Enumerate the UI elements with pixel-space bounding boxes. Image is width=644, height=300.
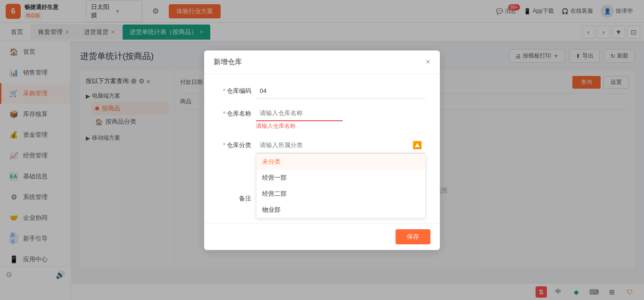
warehouse-category-input[interactable] xyxy=(256,138,409,153)
modal-overlay[interactable]: 新增仓库 × 仓库编码 仓库名称 请输入仓库名称 xyxy=(0,0,644,300)
warehouse-category-row: 仓库分类 🔼 未分类 经营一部 经营二部 物业部 xyxy=(218,138,426,153)
modal-close-btn[interactable]: × xyxy=(425,57,430,67)
dropdown-item-dept1[interactable]: 经营一部 xyxy=(256,170,425,186)
warehouse-name-error: 请输入仓库名称 xyxy=(256,122,343,130)
category-input-wrapper: 🔼 xyxy=(256,138,426,153)
warehouse-code-row: 仓库编码 xyxy=(218,83,426,99)
warehouse-code-label: 仓库编码 xyxy=(218,83,256,99)
warehouse-code-field xyxy=(256,83,426,99)
warehouse-name-label: 仓库名称 xyxy=(218,106,256,121)
modal-header: 新增仓库 × xyxy=(204,50,440,74)
dropdown-item-dept2[interactable]: 经营二部 xyxy=(256,186,425,202)
warehouse-name-field: 请输入仓库名称 xyxy=(256,106,343,130)
category-dropdown-menu: 未分类 经营一部 经营二部 物业部 xyxy=(256,153,426,218)
modal-save-btn[interactable]: 保存 xyxy=(396,229,430,244)
category-dropdown-toggle[interactable]: 🔼 xyxy=(409,141,426,150)
warehouse-category-field: 🔼 未分类 经营一部 经营二部 物业部 xyxy=(256,138,426,153)
add-warehouse-modal: 新增仓库 × 仓库编码 仓库名称 请输入仓库名称 xyxy=(204,50,440,250)
warehouse-category-label: 仓库分类 xyxy=(218,138,256,153)
modal-body: 仓库编码 仓库名称 请输入仓库名称 仓库分类 xyxy=(204,74,440,223)
warehouse-code-input[interactable] xyxy=(256,83,426,99)
dropdown-item-property[interactable]: 物业部 xyxy=(256,202,425,218)
dropdown-item-uncategorized[interactable]: 未分类 xyxy=(256,154,425,170)
warehouse-name-input[interactable] xyxy=(256,106,343,121)
modal-title: 新增仓库 xyxy=(214,58,242,67)
remark-label: 备注 xyxy=(218,191,256,206)
warehouse-name-row: 仓库名称 请输入仓库名称 xyxy=(218,106,426,130)
modal-footer: 保存 xyxy=(204,223,440,250)
